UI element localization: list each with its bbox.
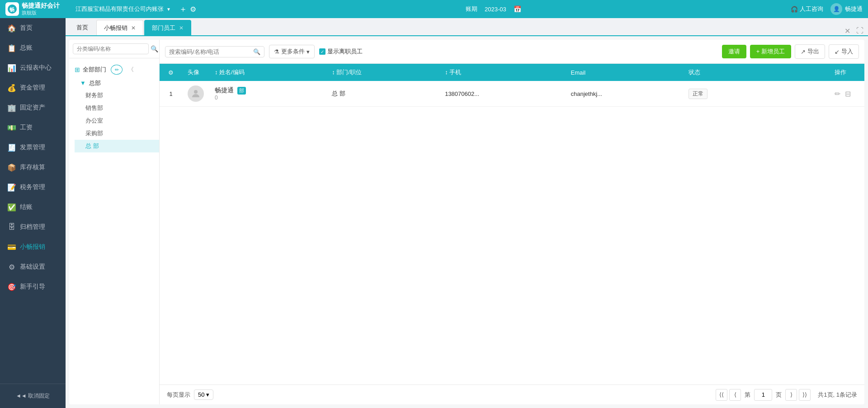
tab-bar: 首页 小畅报销 ✕ 部门员工 ✕ ✕ ⛶ — [66, 18, 868, 36]
top-bar-right: 🎧 人工咨询 👤 畅捷通 — [791, 3, 863, 15]
more-filter-button[interactable]: ⚗ 更多条件 ▾ — [269, 45, 315, 58]
unpin-button[interactable]: ◄◄ 取消固定 — [0, 389, 66, 403]
username: 畅捷通 — [845, 5, 863, 13]
sidebar-bottom: ◄◄ 取消固定 — [0, 384, 66, 408]
prev-page-button[interactable]: ⟨ — [729, 389, 741, 401]
sidebar-item-ledger[interactable]: 📋 总账 — [0, 38, 66, 58]
show-resigned-checkbox[interactable] — [319, 48, 326, 55]
page-nav: ⟨⟨ ⟨ 第 页 ⟩ ⟩⟩ 共1页, 1条记录 — [716, 389, 857, 401]
tab-bar-right: ✕ ⛶ — [839, 26, 864, 35]
employee-data-table: ⚙ 头像 ↕ 姓名/编码 ↕ 部门/职位 ↕ 手机 Email 状态 操作 — [160, 64, 864, 107]
service-button[interactable]: 🎧 人工咨询 — [791, 5, 823, 13]
row-actions-cell: ✏ ⊟ — [766, 81, 864, 107]
company-selector[interactable]: 江西服宝精品有限责任公司内账张 ▼ — [75, 5, 171, 13]
table-row: 1 — [160, 81, 864, 107]
sidebar-label-inventory: 库存核算 — [20, 163, 45, 171]
sidebar-item-guide[interactable]: 🎯 新手引导 — [0, 277, 66, 297]
filter-dropdown-icon: ▾ — [307, 48, 310, 55]
col-settings[interactable]: ⚙ — [160, 64, 182, 81]
sidebar-item-closing[interactable]: ✅ 结账 — [0, 197, 66, 217]
invite-button[interactable]: 邀请 — [722, 45, 746, 58]
dept-edit-icon[interactable]: ✏ — [111, 65, 123, 75]
company-dropdown-icon[interactable]: ▼ — [166, 7, 171, 12]
sidebar-label-archive: 归档管理 — [20, 223, 45, 231]
assets-icon: 🏢 — [7, 103, 16, 112]
table-header-row: ⚙ 头像 ↕ 姓名/编码 ↕ 部门/职位 ↕ 手机 Email 状态 操作 — [160, 64, 864, 81]
calendar-icon[interactable]: 📅 — [514, 5, 521, 13]
sidebar-label-expense: 小畅报销 — [20, 243, 45, 251]
dept-item-sales[interactable]: 销售部 — [75, 102, 159, 114]
dept-all-item[interactable]: ⊞ 全部部门 ✏ 《 — [69, 62, 159, 77]
row-index: 1 — [160, 81, 182, 107]
last-page-button[interactable]: ⟩⟩ — [799, 389, 811, 401]
employee-table: ⚙ 头像 ↕ 姓名/编码 ↕ 部门/职位 ↕ 手机 Email 状态 操作 — [160, 64, 864, 384]
collapse-triangle-icon: ▼ — [80, 80, 86, 86]
main-layout: 🏠 首页 📋 总账 📊 云报表中心 💰 资金管理 🏢 固定资产 💵 工资 🧾 发… — [0, 18, 868, 408]
tab-home[interactable]: 首页 — [69, 20, 95, 35]
next-page-button[interactable]: ⟩ — [785, 389, 797, 401]
per-page-dropdown-icon: ▾ — [206, 391, 209, 398]
per-page-select[interactable]: 50 ▾ — [194, 389, 213, 400]
status-badge: 正常 — [689, 89, 708, 99]
col-phone[interactable]: ↕ 手机 — [439, 64, 565, 81]
add-employee-button[interactable]: + 新增员工 — [750, 45, 791, 58]
logo-sub: 旗舰版 — [22, 9, 60, 16]
home-icon: 🏠 — [7, 24, 16, 33]
add-company-icon[interactable]: ＋ — [179, 4, 187, 14]
edit-employee-icon[interactable]: ✏ — [835, 90, 840, 98]
period-area: 账期 2023-03 📅 — [466, 5, 521, 13]
sidebar-label-ledger: 总账 — [20, 44, 33, 52]
dept-group-headquarters-title[interactable]: ▼ 总部 — [75, 77, 159, 89]
first-page-button[interactable]: ⟨⟨ — [716, 389, 727, 401]
tab-expense[interactable]: 小畅报销 ✕ — [96, 20, 143, 35]
guide-icon: 🎯 — [7, 282, 16, 291]
filter-icon: ⚗ — [274, 48, 279, 55]
settings-icon[interactable]: ⚙ — [190, 5, 196, 14]
headset-icon: 🎧 — [791, 6, 798, 13]
sidebar-item-settings[interactable]: ⚙ 基础设置 — [0, 257, 66, 277]
sidebar-item-invoice[interactable]: 🧾 发票管理 — [0, 138, 66, 157]
col-actions: 操作 — [766, 64, 864, 81]
import-button[interactable]: ↙ 导入 — [829, 44, 859, 59]
sidebar-item-salary[interactable]: 💵 工资 — [0, 118, 66, 138]
dept-search-input[interactable] — [73, 43, 149, 54]
export-icon: ↗ — [801, 48, 806, 55]
grid-icon: ⊞ — [75, 66, 80, 73]
sidebar-item-home[interactable]: 🏠 首页 — [0, 18, 66, 38]
tax-icon: 📝 — [7, 183, 16, 192]
maximize-window-button[interactable]: ⛶ — [855, 26, 864, 35]
dept-search-icon[interactable]: 🔍 — [151, 45, 158, 52]
tab-expense-close[interactable]: ✕ — [131, 25, 136, 31]
page-label-text: 第 — [745, 391, 750, 399]
sidebar-item-reports[interactable]: 📊 云报表中心 — [0, 58, 66, 78]
employee-search-input[interactable] — [169, 48, 251, 55]
sidebar-item-inventory[interactable]: 📦 库存核算 — [0, 157, 66, 177]
delete-employee-icon[interactable]: ⊟ — [845, 90, 851, 98]
sidebar-label-invoice: 发票管理 — [20, 143, 45, 152]
tab-dept-employee[interactable]: 部门员工 ✕ — [144, 20, 191, 35]
sidebar-label-funds: 资金管理 — [20, 84, 45, 92]
page-number-input[interactable] — [754, 389, 772, 401]
sidebar-item-funds[interactable]: 💰 资金管理 — [0, 78, 66, 98]
sidebar-item-expense[interactable]: 💳 小畅报销 — [0, 237, 66, 257]
user-area[interactable]: 👤 畅捷通 — [830, 3, 863, 15]
close-window-button[interactable]: ✕ — [843, 26, 852, 35]
sidebar-item-assets[interactable]: 🏢 固定资产 — [0, 98, 66, 118]
col-name[interactable]: ↕ 姓名/编码 — [209, 64, 326, 81]
dept-collapse-icon[interactable]: 《 — [128, 66, 134, 74]
toolbar-actions: ＋ ⚙ — [179, 4, 196, 14]
tab-dept-close[interactable]: ✕ — [179, 25, 184, 31]
page-content: 🔍 ⊞ 全部部门 ✏ 《 ▼ 总部 财务部 — [69, 40, 864, 404]
top-bar: 畅 畅捷通好会计 旗舰版 江西服宝精品有限责任公司内账张 ▼ ＋ ⚙ 账期 20… — [0, 0, 868, 18]
export-button[interactable]: ↗ 导出 — [795, 44, 825, 59]
employee-search-icon[interactable]: 🔍 — [253, 48, 260, 55]
dept-item-general[interactable]: 总 部 — [75, 140, 159, 152]
salary-icon: 💵 — [7, 123, 16, 132]
dept-item-finance[interactable]: 财务部 — [75, 89, 159, 102]
col-dept[interactable]: ↕ 部门/职位 — [326, 64, 439, 81]
dept-item-office[interactable]: 办公室 — [75, 114, 159, 127]
sidebar-item-tax[interactable]: 📝 税务管理 — [0, 177, 66, 197]
dept-item-purchase[interactable]: 采购部 — [75, 127, 159, 140]
import-icon: ↙ — [835, 48, 840, 55]
sidebar-item-archive[interactable]: 🗄 归档管理 — [0, 217, 66, 237]
